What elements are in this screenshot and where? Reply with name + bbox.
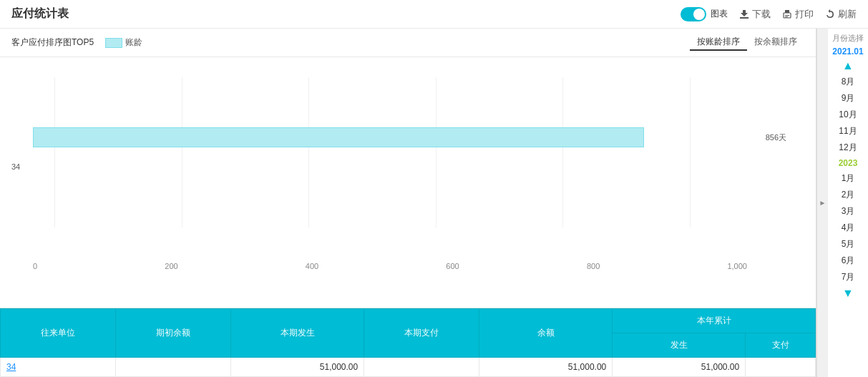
- month-list: 8月 9月 10月 11月 12月 2023 1月 2月 3月 4月 5月 6月…: [828, 74, 868, 285]
- bar-value: 856天: [766, 132, 786, 143]
- cell-ytd-occur: 51,000.00: [613, 358, 746, 377]
- svg-rect-2: [785, 10, 789, 13]
- grid-line-4: [562, 77, 563, 227]
- month-item-3[interactable]: 3月: [828, 203, 868, 220]
- chart-legend: 客户应付排序图TOP5 账龄: [11, 36, 142, 49]
- download-icon: [739, 9, 749, 19]
- col-balance-header: 余额: [479, 309, 613, 358]
- right-panel: ► 月份选择 2021.01 ▲ 8月 9月 10月 11月 12月 2023 …: [816, 29, 868, 377]
- data-table: 往来单位 期初余额 本期发生 本期支付 余额 本年累计 发生 支付: [0, 308, 816, 377]
- x-tick-5: 1,000: [727, 262, 747, 270]
- sort-by-balance-button[interactable]: 按余额排序: [747, 34, 804, 51]
- y-axis-label: 34: [11, 162, 20, 171]
- cell-pay: [364, 358, 479, 377]
- bar-row: 856天: [33, 127, 747, 147]
- x-tick-4: 800: [587, 262, 600, 270]
- cell-opening: [116, 358, 231, 377]
- month-item-5[interactable]: 5月: [828, 236, 868, 253]
- chart-sort: 按账龄排序 按余额排序: [690, 34, 804, 51]
- cell-unit: 34: [1, 358, 116, 377]
- svg-rect-4: [785, 16, 788, 17]
- table-row: 34 51,000.00 51,000.00 51,000.00: [1, 358, 816, 377]
- col-ytd-pay-header: 支付: [746, 333, 816, 358]
- refresh-icon: [825, 9, 835, 19]
- month-nav-down-button[interactable]: ▼: [828, 285, 868, 301]
- print-icon: [782, 9, 792, 19]
- legend-box: [105, 38, 122, 48]
- cell-occur: 51,000.00: [231, 358, 364, 377]
- grid-line-1: [182, 77, 182, 227]
- x-tick-3: 600: [446, 262, 459, 270]
- chart-legend-title: 客户应付排序图TOP5: [11, 36, 94, 49]
- month-item-8[interactable]: 8月: [828, 74, 868, 90]
- month-item-4[interactable]: 4月: [828, 220, 868, 236]
- header-actions: 图表 下载 打印 刷新: [681, 7, 857, 21]
- x-axis: 0 200 400 600 800 1,000: [33, 262, 747, 270]
- cell-balance: 51,000.00: [479, 358, 613, 377]
- x-tick-0: 0: [33, 262, 37, 270]
- legend-item-age: 账龄: [105, 36, 142, 49]
- chart-toggle[interactable]: [681, 7, 706, 21]
- grid-line-2: [308, 77, 309, 227]
- month-item-9[interactable]: 9月: [828, 90, 868, 107]
- chart-header: 客户应付排序图TOP5 账龄 按账龄排序 按余额排序: [0, 29, 816, 57]
- svg-rect-0: [740, 17, 748, 19]
- bar-area: 856天: [33, 70, 747, 249]
- table-header-row: 往来单位 期初余额 本期发生 本期支付 余额 本年累计: [1, 309, 816, 333]
- sidebar-current: 2021.01: [828, 45, 868, 58]
- grid-line-3: [436, 77, 437, 227]
- chart-toggle-group: 图表: [681, 7, 728, 21]
- col-unit-header: 往来单位: [1, 309, 116, 358]
- col-occur-header: 本期发生: [231, 309, 364, 358]
- month-item-12[interactable]: 12月: [828, 139, 868, 156]
- bar-track: 856天: [33, 127, 747, 147]
- sidebar-title: 月份选择: [828, 29, 868, 45]
- x-tick-1: 200: [165, 262, 177, 270]
- grid-line-5: [690, 77, 691, 227]
- download-button[interactable]: 下载: [739, 8, 771, 21]
- month-item-6[interactable]: 6月: [828, 253, 868, 269]
- chart-container: 34: [11, 63, 804, 270]
- col-ytd-header: 本年累计: [613, 309, 816, 333]
- unit-link[interactable]: 34: [6, 362, 16, 372]
- month-item-10[interactable]: 10月: [828, 107, 868, 123]
- month-item-2[interactable]: 2月: [828, 187, 868, 203]
- month-item-11[interactable]: 11月: [828, 123, 868, 139]
- grid-line-0: [54, 77, 55, 227]
- chart-body: 34: [0, 57, 816, 308]
- grid-lines: [54, 77, 690, 227]
- svg-rect-3: [785, 15, 789, 16]
- data-table-section: 往来单位 期初余额 本期发生 本期支付 余额 本年累计 发生 支付: [0, 308, 816, 377]
- page-title: 应付统计表: [11, 6, 69, 21]
- collapse-bar[interactable]: ►: [816, 29, 828, 377]
- refresh-button[interactable]: 刷新: [825, 8, 857, 21]
- refresh-label: 刷新: [838, 8, 857, 21]
- month-sidebar: 月份选择 2021.01 ▲ 8月 9月 10月 11月 12月 2023 1月…: [828, 29, 868, 377]
- bar-fill: [33, 127, 644, 147]
- col-ytd-occur-header: 发生: [613, 333, 746, 358]
- print-button[interactable]: 打印: [782, 8, 814, 21]
- col-opening-header: 期初余额: [116, 309, 231, 358]
- year-mark: 2023: [828, 156, 868, 170]
- month-item-7[interactable]: 7月: [828, 269, 868, 285]
- sort-by-age-button[interactable]: 按账龄排序: [690, 34, 747, 51]
- cell-ytd-pay: [746, 358, 816, 377]
- x-tick-2: 400: [306, 262, 318, 270]
- month-nav-up-button[interactable]: ▲: [828, 58, 868, 74]
- download-label: 下载: [752, 8, 771, 21]
- month-item-1[interactable]: 1月: [828, 170, 868, 187]
- col-pay-header: 本期支付: [364, 309, 479, 358]
- legend-label: 账龄: [125, 36, 142, 49]
- chart-label: 图表: [711, 8, 728, 20]
- print-label: 打印: [795, 8, 814, 21]
